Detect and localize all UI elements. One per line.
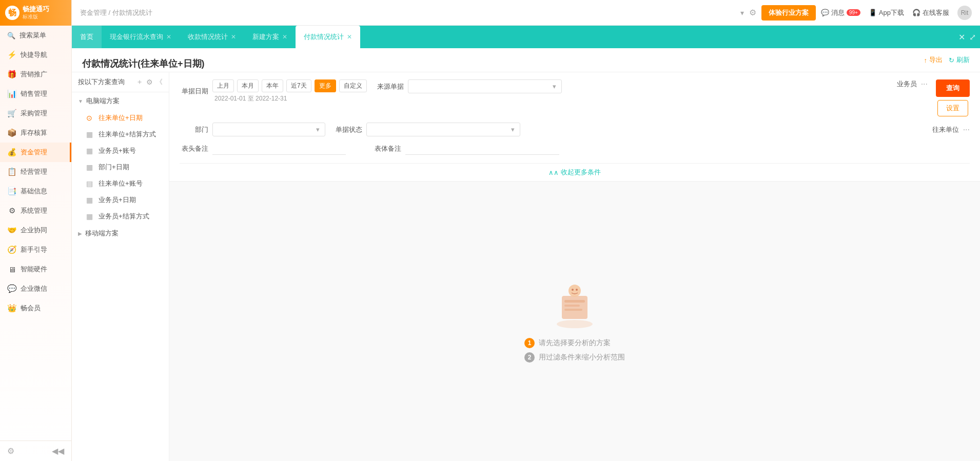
sidebar-item-system[interactable]: ⚙ 系统管理 bbox=[0, 201, 71, 221]
date-btn-custom[interactable]: 自定义 bbox=[339, 79, 367, 92]
service-btn[interactable]: 🎧 在线客服 bbox=[912, 8, 949, 17]
tabbar-actions: ✕ ⤢ bbox=[958, 26, 980, 48]
status-chevron-icon: ▾ bbox=[511, 126, 515, 133]
refresh-btn[interactable]: ↻ 刷新 bbox=[949, 55, 970, 65]
scheme-icon-5: ▦ bbox=[86, 196, 94, 204]
header-note-label: 表头备注 bbox=[180, 144, 208, 153]
scheme-item-salesperson-account[interactable]: ▦ 业务员+账号 bbox=[72, 143, 169, 159]
date-btn-last-month[interactable]: 上月 bbox=[212, 79, 234, 92]
maximize-icon[interactable]: ⤢ bbox=[969, 32, 976, 42]
export-icon: ↑ bbox=[924, 56, 928, 64]
system-icon: ⚙ bbox=[7, 206, 16, 215]
counterpart-dots[interactable]: ··· bbox=[963, 125, 970, 134]
close-all-tabs-icon[interactable]: ✕ bbox=[958, 32, 965, 42]
date-buttons: 上月 本月 本年 近7天 更多 自定义 bbox=[212, 79, 367, 92]
sidebar-item-inventory[interactable]: 📦 库存核算 bbox=[0, 123, 71, 143]
source-label: 来源单据 bbox=[375, 82, 404, 91]
chevron-down-icon[interactable]: ▾ bbox=[740, 9, 744, 17]
tab-close-collection[interactable]: ✕ bbox=[231, 33, 236, 41]
date-btn-this-year[interactable]: 本年 bbox=[262, 79, 283, 92]
trial-btn[interactable]: 体验行业方案 bbox=[761, 5, 816, 21]
scheme-item-counterpart-settlement[interactable]: ▦ 往来单位+结算方式 bbox=[72, 126, 169, 143]
scheme-item-salesperson-settlement[interactable]: ▦ 业务员+结算方式 bbox=[72, 208, 169, 225]
query-btn[interactable]: 查询 bbox=[936, 79, 970, 97]
tab-bank[interactable]: 现金银行流水查询 ✕ bbox=[102, 26, 180, 48]
sidebar-item-enterprise[interactable]: 🤝 企业协同 bbox=[0, 221, 71, 240]
operation-icon: 📋 bbox=[7, 167, 16, 176]
filter-and-empty: 单据日期 上月 本月 本年 近7天 更多 自定义 bbox=[169, 72, 980, 461]
header-note-input[interactable] bbox=[212, 143, 346, 155]
scheme-item-dept-date[interactable]: ▦ 部门+日期 bbox=[72, 159, 169, 175]
sidebar-item-purchase[interactable]: 🛒 采购管理 bbox=[0, 104, 71, 123]
svg-point-5 bbox=[569, 285, 581, 297]
sidebar-item-marketing[interactable]: 🎁 营销推广 bbox=[0, 65, 71, 84]
date-btn-7days[interactable]: 近7天 bbox=[286, 79, 311, 92]
scheme-icon-4: ▤ bbox=[86, 179, 94, 188]
sidebar-bottom: ⚙ ◀◀ bbox=[0, 440, 71, 461]
tab-home[interactable]: 首页 bbox=[72, 26, 102, 48]
export-btn[interactable]: ↑ 导出 bbox=[924, 55, 943, 65]
app-download-btn[interactable]: 📱 App下载 bbox=[869, 8, 904, 17]
salesperson-dots[interactable]: ··· bbox=[921, 79, 928, 89]
sales-icon: 📊 bbox=[7, 89, 16, 98]
app-icon: 📱 bbox=[869, 9, 877, 16]
tab-close-new-scheme[interactable]: ✕ bbox=[282, 33, 287, 41]
member-icon: 👑 bbox=[7, 304, 16, 313]
tab-close-bank[interactable]: ✕ bbox=[166, 33, 171, 41]
pc-group-header[interactable]: ▼ 电脑端方案 bbox=[72, 92, 169, 110]
source-select[interactable]: ▾ bbox=[408, 79, 562, 93]
hardware-icon: 🖥 bbox=[7, 265, 16, 274]
mobile-group-header[interactable]: ▶ 移动端方案 bbox=[72, 225, 169, 242]
scheme-item-counterpart-account[interactable]: ▤ 往来单位+账号 bbox=[72, 175, 169, 192]
sidebar-item-finance[interactable]: 💰 资金管理 bbox=[0, 143, 71, 162]
search-menu[interactable]: 🔍 搜索菜单 bbox=[0, 26, 71, 45]
source-chevron-icon: ▾ bbox=[553, 83, 556, 90]
scheme-item-counterpart-date[interactable]: ⊙ 往来单位+日期 bbox=[72, 110, 169, 126]
scheme-item-salesperson-date[interactable]: ▦ 业务员+日期 bbox=[72, 192, 169, 208]
empty-state: 1 请先选择要分析的方案 2 用过滤条件来缩小分析范围 bbox=[169, 182, 980, 461]
add-scheme-icon[interactable]: ＋ bbox=[136, 77, 143, 87]
scheme-icon-6: ▦ bbox=[86, 212, 94, 221]
tab-new-scheme[interactable]: 新建方案 ✕ bbox=[244, 26, 296, 48]
empty-hints: 1 请先选择要分析的方案 2 用过滤条件来缩小分析范围 bbox=[524, 338, 625, 363]
finance-icon: 💰 bbox=[7, 148, 16, 157]
dept-select[interactable]: ▾ bbox=[212, 123, 325, 136]
topbar-right: 💬 消息 99+ 📱 App下载 🎧 在线客服 Rit bbox=[821, 6, 972, 20]
sidebar-item-guide[interactable]: 🧭 新手引导 bbox=[0, 240, 71, 259]
tab-collection[interactable]: 收款情况统计 ✕ bbox=[180, 26, 244, 48]
settings-icon[interactable]: ⚙ bbox=[749, 8, 756, 17]
manage-scheme-icon[interactable]: ⚙ bbox=[146, 78, 153, 86]
message-badge: 99+ bbox=[847, 9, 860, 16]
collapse-panel-icon[interactable]: 《 bbox=[156, 77, 163, 87]
dept-chevron-icon: ▾ bbox=[316, 126, 320, 133]
sidebar-item-member[interactable]: 👑 畅会员 bbox=[0, 298, 71, 318]
collapse-sidebar-icon[interactable]: ◀◀ bbox=[52, 446, 64, 456]
sidebar-item-hardware[interactable]: 🖥 智能硬件 bbox=[0, 259, 71, 279]
sidebar-nav: ⚡ 快捷导航 🎁 营销推广 📊 销售管理 🛒 采购管理 📦 库存核算 💰 资金管… bbox=[0, 45, 71, 440]
settings-btn[interactable]: 设置 bbox=[937, 100, 968, 116]
date-btn-this-month[interactable]: 本月 bbox=[237, 79, 259, 92]
collapse-more-btn[interactable]: ∧∧ 收起更多条件 bbox=[180, 163, 970, 181]
sidebar-item-basics[interactable]: 📑 基础信息 bbox=[0, 182, 71, 201]
sidebar-item-sales[interactable]: 📊 销售管理 bbox=[0, 84, 71, 104]
sidebar-item-operation[interactable]: 📋 经营管理 bbox=[0, 162, 71, 182]
logo-icon: 畅 bbox=[5, 6, 19, 20]
scheme-icon-3: ▦ bbox=[86, 163, 94, 171]
sidebar-item-wechat[interactable]: 💬 企业微信 bbox=[0, 279, 71, 298]
settings-bottom-icon[interactable]: ⚙ bbox=[7, 446, 14, 456]
page-title: 付款情况统计(往来单位+日期) bbox=[82, 57, 205, 70]
message-btn[interactable]: 💬 消息 99+ bbox=[821, 8, 860, 17]
doc-status-select[interactable]: ▾ bbox=[366, 123, 520, 136]
tab-close-payment[interactable]: ✕ bbox=[347, 33, 352, 41]
date-btn-more[interactable]: 更多 bbox=[315, 79, 336, 92]
body-note-input[interactable] bbox=[405, 143, 559, 155]
tab-payment[interactable]: 付款情况统计 ✕ bbox=[296, 26, 360, 48]
sidebar-item-quick-nav[interactable]: ⚡ 快捷导航 bbox=[0, 45, 71, 65]
user-avatar-area[interactable]: Rit bbox=[957, 6, 972, 20]
page-header: 付款情况统计(往来单位+日期) ↑ 导出 ↻ 刷新 bbox=[72, 48, 980, 72]
tabbar: 首页 现金银行流水查询 ✕ 收款情况统计 ✕ 新建方案 ✕ 付款情况统计 ✕ ✕… bbox=[72, 26, 980, 48]
hint-num-1: 1 bbox=[524, 338, 535, 348]
inventory-icon: 📦 bbox=[7, 128, 16, 137]
svg-rect-4 bbox=[564, 309, 582, 311]
enterprise-icon: 🤝 bbox=[7, 226, 16, 235]
